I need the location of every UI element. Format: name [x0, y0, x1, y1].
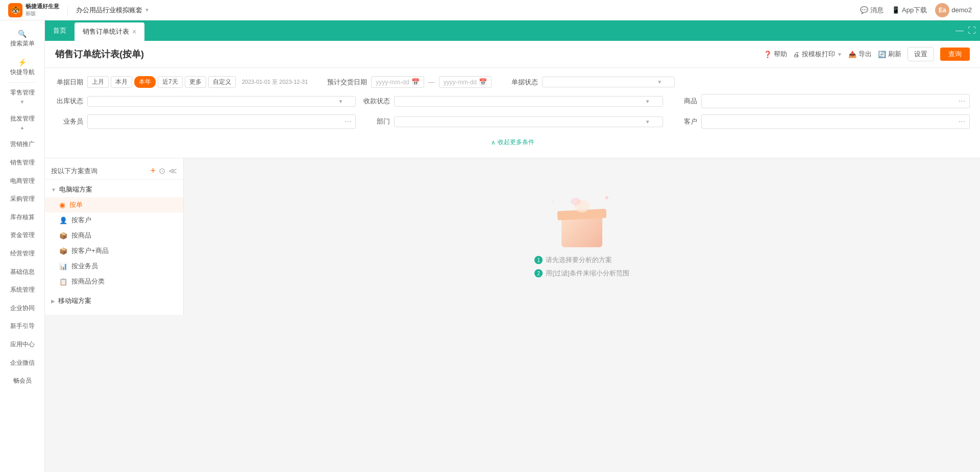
date-btn-7days[interactable]: 近7天	[158, 76, 183, 88]
date-btn-last-month[interactable]: 上月	[87, 76, 109, 88]
sidebar-item-inventory[interactable]: 库存核算	[0, 208, 44, 227]
message-icon: 💬	[860, 6, 868, 14]
tree-item-by-order[interactable]: ◉ 按单	[45, 197, 183, 213]
empty-illustration: ✦ ✦	[546, 191, 618, 247]
sidebar-marketing-label: 营销推广	[10, 140, 35, 149]
sidebar-system-label: 系统管理	[10, 286, 35, 294]
tab-close-button[interactable]: ×	[132, 28, 136, 35]
sidebar: 🔍 搜索菜单 ⚡ 快捷导航 零售管理 ▼ 批发管理 ▲ 营销推广 销售管理 电商…	[0, 20, 45, 472]
company-name: 办公用品行业模拟账套	[76, 6, 142, 15]
tab-home-label: 首页	[53, 27, 66, 34]
date-btn-this-month[interactable]: 本月	[111, 76, 132, 88]
empty-tips: 1 请先选择要分析的方案 2 用[过滤]条件来缩小分析范围	[534, 255, 629, 282]
help-button[interactable]: ❓ 帮助	[764, 50, 787, 59]
sidebar-item-appstore[interactable]: 应用中心	[0, 336, 44, 354]
sidebar-item-basic[interactable]: 基础信息	[0, 263, 44, 281]
query-button[interactable]: 查询	[940, 48, 970, 61]
right-content: ✦ ✦ 1 请先选择要分析的方案 2 用[过滤]条件来缩小分析范围	[184, 158, 980, 315]
settings-button[interactable]: 设置	[908, 47, 934, 61]
date-range-display: 2023-01-01 至 2023-12-31	[242, 78, 308, 86]
by-category-label: 按商品分类	[71, 277, 105, 286]
sidebar-purchase-label: 采购管理	[10, 195, 35, 203]
sidebar-item-ecommerce[interactable]: 电商管理	[0, 172, 44, 191]
tree-header-mobile[interactable]: ▶ 移动端方案	[45, 293, 183, 309]
ship-status-select[interactable]: ▼	[87, 96, 356, 107]
goods-select[interactable]: ···	[701, 94, 970, 108]
template-print-button[interactable]: 🖨 按模板打印 ▼	[793, 50, 842, 59]
print-arrow: ▼	[837, 52, 842, 57]
payment-status-select[interactable]: ▼	[394, 96, 663, 107]
doc-status-select[interactable]: ▼	[542, 77, 675, 87]
sidebar-quick-nav[interactable]: ⚡ 快捷导航	[0, 53, 44, 82]
sidebar-item-system[interactable]: 系统管理	[0, 281, 44, 299]
sidebar-finance-label: 资金管理	[10, 231, 35, 240]
goods-dots[interactable]: ···	[959, 97, 965, 106]
expected-date-end-placeholder: yyyy-mm-dd	[444, 79, 477, 86]
tree-item-by-customer[interactable]: 👤 按客户	[45, 213, 183, 228]
tree-item-by-customer-goods[interactable]: 📦 按客户+商品	[45, 243, 183, 258]
app-icon: 📱	[892, 6, 900, 14]
customer-label: 客户	[669, 117, 697, 126]
sidebar-item-wecom[interactable]: 企业微信	[0, 354, 44, 372]
tip-1-text: 请先选择要分析的方案	[546, 255, 612, 265]
by-customer-label: 按客户	[71, 216, 91, 225]
doc-status-group: 单据状态 ▼	[510, 77, 970, 87]
sidebar-sales-label: 销售管理	[10, 159, 35, 167]
salesperson-select[interactable]: ···	[87, 114, 356, 129]
sidebar-item-finance[interactable]: 资金管理	[0, 226, 44, 245]
query-label: 查询	[948, 50, 962, 59]
salesperson-dots[interactable]: ···	[345, 117, 351, 126]
date-btn-custom[interactable]: 自定义	[208, 76, 236, 88]
sidebar-item-wholesale[interactable]: 批发管理 ▲	[0, 110, 44, 136]
sidebar-item-purchase[interactable]: 采购管理	[0, 190, 44, 208]
customer-select[interactable]: ···	[701, 114, 970, 129]
by-salesperson-label: 按业务员	[71, 262, 98, 271]
page-title: 销售订单统计表(按单)	[55, 48, 144, 60]
tree-item-by-goods[interactable]: 📦 按商品	[45, 228, 183, 243]
tab-minimize-button[interactable]: —	[955, 26, 964, 35]
sidebar-search[interactable]: 🔍 搜索菜单	[0, 25, 44, 53]
dept-select[interactable]: ▼	[394, 116, 663, 127]
expected-date-start[interactable]: yyyy-mm-dd 📅	[371, 76, 424, 88]
customer-dots[interactable]: ···	[959, 117, 965, 126]
tab-home[interactable]: 首页	[45, 26, 75, 35]
panel-add-button[interactable]: +	[150, 166, 156, 176]
sidebar-cooperation-label: 企业协同	[10, 304, 35, 313]
tree-pc-arrow: ▼	[51, 187, 56, 193]
messages-item[interactable]: 💬 消息	[860, 6, 884, 15]
sidebar-item-marketing[interactable]: 营销推广	[0, 135, 44, 154]
refresh-icon: 🔄	[878, 51, 886, 58]
sidebar-operations-label: 经营管理	[10, 250, 35, 258]
tree-item-by-category[interactable]: 📋 按商品分类	[45, 274, 183, 289]
collapse-button[interactable]: ∧ 收起更多条件	[55, 135, 970, 150]
page-content: 销售订单统计表(按单) ❓ 帮助 🖨 按模板打印 ▼ 📤 导出	[45, 41, 980, 472]
salesperson-label: 业务员	[55, 117, 83, 126]
sidebar-item-operations[interactable]: 经营管理	[0, 245, 44, 263]
panel-collapse-icon[interactable]: ≪	[168, 166, 177, 176]
user-avatar-area[interactable]: Ea demo2	[935, 3, 972, 17]
sidebar-item-sales[interactable]: 销售管理	[0, 154, 44, 172]
export-button[interactable]: 📤 导出	[848, 50, 872, 59]
date-buttons: 上月 本月 本年 近7天 更多 自定义	[87, 76, 236, 88]
sidebar-item-guide[interactable]: 新手引导	[0, 317, 44, 336]
tab-maximize-button[interactable]: ⛶	[968, 26, 976, 35]
content-area: 首页 销售订单统计表 × — ⛶ 销售订单统计表(按单) ❓ 帮助	[45, 20, 980, 472]
sidebar-item-cooperation[interactable]: 企业协同	[0, 299, 44, 318]
tab-active[interactable]: 销售订单统计表 ×	[75, 22, 144, 41]
date-btn-this-year[interactable]: 本年	[134, 76, 156, 88]
company-selector[interactable]: 办公用品行业模拟账套 ▼	[76, 6, 150, 15]
refresh-button[interactable]: 🔄 刷新	[878, 50, 901, 59]
panel-settings-icon[interactable]: ⊙	[159, 166, 165, 176]
tree-header-pc[interactable]: ▼ 电脑端方案	[45, 182, 183, 197]
app-download-item[interactable]: 📱 App下载	[892, 6, 927, 15]
date-btn-more[interactable]: 更多	[185, 76, 206, 88]
by-order-label: 按单	[69, 200, 83, 209]
sidebar-item-member[interactable]: 畅会员	[0, 372, 44, 390]
sidebar-item-retail[interactable]: 零售管理 ▼	[0, 84, 44, 110]
empty-star-2: ✦	[551, 199, 555, 204]
expected-date-group: 预计交货日期 yyyy-mm-dd 📅 — yyyy-mm-dd 📅	[326, 76, 492, 88]
by-goods-icon: 📦	[59, 232, 67, 240]
panel-toolbar: 按以下方案查询 + ⊙ ≪	[45, 162, 183, 180]
expected-date-end[interactable]: yyyy-mm-dd 📅	[439, 76, 492, 88]
tree-item-by-salesperson[interactable]: 📊 按业务员	[45, 258, 183, 274]
